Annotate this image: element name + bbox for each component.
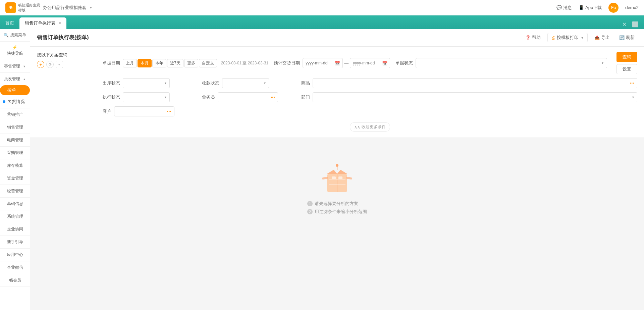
logo-area: 畅 畅捷通好生意 标版: [5, 2, 40, 13]
print-dropdown-icon[interactable]: ▼: [581, 36, 584, 40]
filter-group-salesperson: 业务员 ···: [202, 92, 296, 102]
breadcrumb[interactable]: 办公用品行业模拟账套 ▼: [43, 5, 93, 11]
svg-point-7: [336, 164, 338, 167]
goods-label: 商品: [301, 80, 310, 86]
sidebar-item-system[interactable]: 系统管理: [0, 210, 30, 223]
refresh-button[interactable]: 🔄 刷新: [616, 33, 637, 42]
sidebar-item-sales[interactable]: 销售管理: [0, 121, 30, 134]
sidebar-item-marketing[interactable]: 营销推广: [0, 108, 30, 121]
exec-select[interactable]: [123, 92, 170, 102]
empty-lines: 1 请先选择要分析的方案 2 用过滤条件来缩小分析范围: [307, 201, 367, 215]
query-button[interactable]: 查询: [616, 52, 637, 62]
sidebar-item-apps[interactable]: 应用中心: [0, 249, 30, 261]
goods-more-button[interactable]: ···: [630, 80, 634, 86]
tab-close-button[interactable]: ×: [59, 21, 61, 25]
settings-button[interactable]: 设置: [616, 64, 637, 74]
sidebar-search[interactable]: 🔍 搜索菜单: [0, 29, 30, 42]
preset-7days[interactable]: 近7天: [167, 59, 183, 67]
tab-maximize-button[interactable]: ⬜: [631, 20, 640, 29]
sidebar-item-inventory[interactable]: 库存核算: [0, 159, 30, 172]
sidebar-item-weixin[interactable]: 企业微信: [0, 261, 30, 274]
preset-this-month[interactable]: 本月: [138, 59, 152, 67]
filter-layout: 按以下方案查询 + ⟳ « 单据日期: [37, 52, 637, 135]
page-header: 销售订单执行表(按单) ❓ 帮助 🖨 按模板打印 ▼ 📤 导出 🔄 刷新: [30, 29, 644, 47]
plan-add-button[interactable]: +: [37, 61, 44, 68]
collapse-icon: ∧∧: [354, 125, 360, 130]
filter-group-customer: 客户 ···: [103, 106, 197, 116]
forecast-date-start-wrap: 📅: [303, 58, 343, 68]
sidebar-item-quick-nav[interactable]: ⚡ 快捷导航: [0, 42, 30, 60]
empty-state: 1 请先选择要分析的方案 2 用过滤条件来缩小分析范围: [30, 140, 644, 235]
preset-prev-month[interactable]: 上月: [123, 59, 137, 67]
sidebar-item-retail[interactable]: 零售管理: [0, 60, 30, 72]
sidebar-item-corp[interactable]: 企业协同: [0, 223, 30, 236]
sidebar-section-marketing: 营销推广: [0, 108, 30, 121]
app-logo: 畅: [5, 2, 16, 13]
exec-select-wrap: [123, 92, 170, 102]
filter-row-1: 单据日期 上月 本月 本年 近7天 更多 自定义 2023-03-01 至 20…: [103, 52, 637, 74]
tab-home[interactable]: 首页: [0, 17, 19, 29]
sidebar-section-weixin: 企业微信: [0, 261, 30, 274]
filter-side: 按以下方案查询 + ⟳ «: [37, 52, 97, 135]
outbound-label: 出库状态: [103, 80, 120, 86]
sidebar-item-guide[interactable]: 新手引导: [0, 236, 30, 248]
user-avatar[interactable]: Ea: [608, 3, 619, 13]
page-title: 销售订单执行表(按单): [37, 34, 89, 41]
sidebar-section-corp: 企业协同: [0, 223, 30, 236]
forecast-date-end-icon[interactable]: 📅: [382, 61, 387, 66]
svg-rect-5: [338, 176, 342, 179]
svg-rect-4: [332, 176, 336, 179]
tab-active[interactable]: 销售订单执行表 ×: [19, 17, 66, 29]
status-select[interactable]: [416, 58, 607, 68]
export-icon: 📤: [594, 35, 600, 40]
sidebar-section-apps: 应用中心: [0, 249, 30, 261]
preset-more[interactable]: 更多: [184, 59, 198, 67]
app-download-button[interactable]: 📱 App下载: [579, 5, 602, 11]
breadcrumb-dropdown-icon[interactable]: ▼: [89, 6, 93, 9]
collection-select[interactable]: [222, 78, 269, 88]
date-label: 单据日期: [103, 60, 120, 66]
filter-row-2: 出库状态 收款状态: [103, 78, 637, 88]
filter-group-date: 单据日期 上月 本月 本年 近7天 更多 自定义 2023-03-01 至 20…: [103, 59, 268, 67]
sidebar-sub-item-shortage[interactable]: 欠货情况: [0, 97, 30, 107]
sidebar-sub-item-order[interactable]: 按单: [0, 85, 30, 95]
message-button[interactable]: 💬 消息: [556, 5, 572, 11]
export-button[interactable]: 📤 导出: [592, 33, 612, 42]
sidebar-item-basic[interactable]: 基础信息: [0, 198, 30, 210]
sidebar-item-finance[interactable]: 资金管理: [0, 172, 30, 185]
customer-more-button[interactable]: ···: [167, 108, 171, 114]
sidebar-item-purchase[interactable]: 采购管理: [0, 147, 30, 159]
outbound-select[interactable]: [123, 78, 170, 88]
help-icon: ❓: [525, 35, 531, 40]
sidebar-section-wholesale: 批发管理 按单 欠货情况: [0, 73, 30, 108]
sidebar-section-ecommerce: 电商管理: [0, 134, 30, 147]
plan-refresh-button[interactable]: ⟳: [46, 61, 54, 68]
user-name[interactable]: demo2: [625, 5, 639, 10]
sidebar-section-system: 系统管理: [0, 210, 30, 223]
empty-svg: [317, 160, 357, 194]
filter-area: 按以下方案查询 + ⟳ « 单据日期: [30, 47, 644, 138]
top-bar-right: 💬 消息 📱 App下载 Ea demo2: [556, 3, 639, 13]
help-button[interactable]: ❓ 帮助: [523, 33, 543, 42]
preset-custom[interactable]: 自定义: [199, 59, 217, 67]
empty-line-1: 1 请先选择要分析的方案: [307, 201, 367, 207]
sidebar-item-wholesale[interactable]: 批发管理: [0, 73, 30, 85]
preset-this-year[interactable]: 本年: [152, 59, 166, 67]
print-button[interactable]: 🖨 按模板打印 ▼: [547, 33, 588, 42]
date-range-display: 2023-03-01 至 2023-03-31: [221, 60, 268, 66]
content-area: 销售订单执行表(按单) ❓ 帮助 🖨 按模板打印 ▼ 📤 导出 🔄 刷新: [30, 29, 644, 310]
status-label: 单据状态: [395, 60, 413, 66]
dept-select[interactable]: [313, 92, 637, 102]
collapse-more-button[interactable]: ∧∧ 收起更多条件: [350, 122, 390, 132]
filter-group-goods: 商品 ···: [301, 78, 637, 88]
dept-select-wrap: [313, 92, 637, 102]
tab-close-window-button[interactable]: ✕: [621, 20, 628, 29]
sidebar-item-ecommerce[interactable]: 电商管理: [0, 134, 30, 146]
plan-collapse-button[interactable]: «: [56, 61, 63, 68]
top-bar: 畅 畅捷通好生意 标版 办公用品行业模拟账套 ▼ 💬 消息 📱 App下载 Ea…: [0, 0, 644, 15]
sidebar-item-business[interactable]: 经营管理: [0, 185, 30, 197]
forecast-date-start-icon[interactable]: 📅: [335, 61, 340, 66]
sidebar-item-member[interactable]: 畅会员: [0, 274, 30, 287]
print-icon: 🖨: [551, 35, 555, 40]
salesperson-more-button[interactable]: ···: [271, 94, 275, 100]
